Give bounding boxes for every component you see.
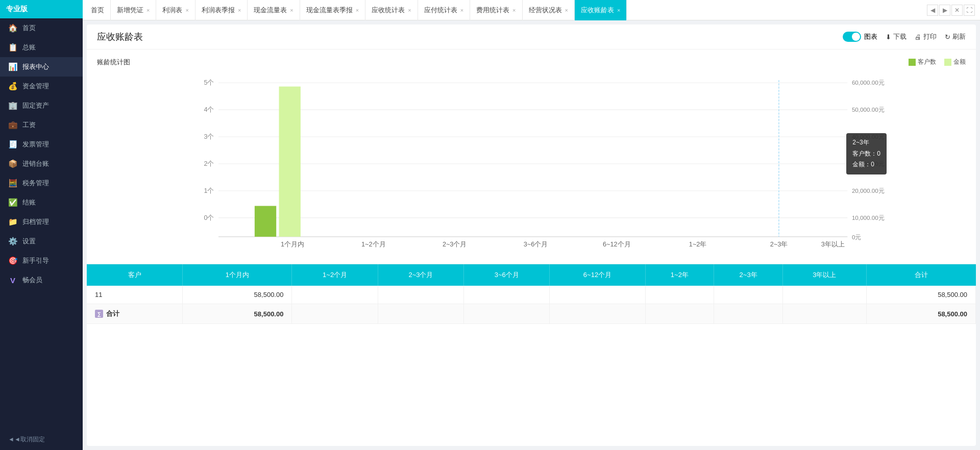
sidebar-item-invoice[interactable]: 🧾 发票管理 [0, 135, 83, 154]
tab-close-all[interactable]: ✕ [951, 5, 963, 16]
tab-profit-close[interactable]: × [185, 7, 188, 13]
total-text: 合计 [106, 309, 119, 318]
col-header-y2-3: 2~3年 [714, 264, 783, 286]
chart-toggle[interactable]: 图表 [843, 32, 877, 42]
sidebar-item-home[interactable]: 🏠 首页 [0, 18, 83, 38]
svg-text:6~12个月: 6~12个月 [603, 241, 631, 248]
tab-expense-stat-label: 费用统计表 [476, 6, 509, 15]
sidebar-item-capital[interactable]: 💰 资金管理 [0, 77, 83, 96]
tab-profit-label: 利润表 [162, 6, 182, 15]
tab-ar-stat[interactable]: 应收统计表 × [365, 0, 418, 20]
salary-icon: 💼 [8, 120, 17, 130]
page-header: 应收账龄表 图表 ⬇ 下载 🖨 打印 ↻ 刷新 [87, 24, 976, 49]
sidebar-item-assets[interactable]: 🏢 固定资产 [0, 96, 83, 115]
chart-svg: 5个 4个 3个 2个 1个 0个 60,000.00元 50,000.00元 … [97, 72, 966, 256]
chart-title: 账龄统计图 [97, 58, 966, 67]
data-table-container: 客户 1个月内 1~2个月 2~3个月 3~6个月 6~12个月 1~2年 2~… [87, 264, 976, 324]
cell-m3-6 [464, 286, 550, 304]
tab-home[interactable]: 首页 [85, 0, 111, 20]
cell-m1: 58,500.00 [183, 286, 292, 304]
col-header-customer: 客户 [87, 264, 183, 286]
refresh-button[interactable]: ↻ 刷新 [945, 32, 966, 41]
bar-count-1 [255, 206, 276, 237]
sidebar-item-stock[interactable]: 📦 进销台账 [0, 154, 83, 173]
tab-ar-aging-label: 应收账龄表 [581, 6, 614, 15]
toggle-switch-control[interactable] [843, 32, 861, 42]
invoice-icon: 🧾 [8, 140, 17, 149]
tab-voucher-close[interactable]: × [146, 7, 150, 13]
sidebar-label-tax: 税务管理 [22, 179, 49, 188]
tab-cashflow-quarter[interactable]: 现金流量表季报 × [300, 0, 365, 20]
sidebar: 专业版 🏠 首页 📋 总账 📊 报表中心 💰 资金管理 🏢 固定资产 💼 工资 … [0, 0, 83, 450]
sidebar-label-invoice: 发票管理 [22, 140, 49, 149]
tab-ap-stat[interactable]: 应付统计表 × [418, 0, 470, 20]
tab-operation-stat-close[interactable]: × [565, 7, 568, 13]
sidebar-label-home: 首页 [22, 23, 36, 33]
print-button[interactable]: 🖨 打印 [915, 32, 937, 41]
tab-operation-stat-label: 经营状况表 [529, 6, 562, 15]
tab-cashflow-quarter-label: 现金流量表季报 [306, 6, 353, 15]
total-m1: 58,500.00 [183, 304, 292, 324]
tab-home-label: 首页 [91, 6, 104, 15]
svg-text:40,000.00元: 40,000.00元 [852, 133, 885, 140]
tab-ar-aging[interactable]: 应收账龄表 × [575, 0, 627, 20]
tab-ap-stat-close[interactable]: × [460, 7, 463, 13]
sidebar-item-guide[interactable]: 🎯 新手引导 [0, 251, 83, 270]
col-header-y3plus: 3年以上 [782, 264, 866, 286]
tab-profit-quarter[interactable]: 利润表季报 × [195, 0, 248, 20]
tab-fullscreen[interactable]: ⛶ [964, 5, 975, 16]
collapse-sidebar-button[interactable]: ◄◄取消固定 [0, 429, 83, 450]
svg-text:2~3年: 2~3年 [770, 241, 788, 248]
tab-expense-stat[interactable]: 费用统计表 × [470, 0, 522, 20]
collapse-sidebar-label: ◄◄取消固定 [8, 435, 45, 444]
legend-amount: 金额 [944, 58, 966, 66]
tab-voucher[interactable]: 新增凭证 × [111, 0, 156, 20]
stock-icon: 📦 [8, 159, 17, 168]
svg-text:0个: 0个 [204, 214, 214, 221]
tab-voucher-label: 新增凭证 [117, 6, 143, 15]
total-y1-2 [645, 304, 714, 324]
legend-customer-label: 客户数 [918, 58, 936, 66]
tab-ar-stat-close[interactable]: × [408, 7, 411, 13]
tab-profit-quarter-close[interactable]: × [238, 7, 241, 13]
download-icon: ⬇ [886, 33, 891, 41]
refresh-icon: ↻ [945, 33, 950, 41]
tab-operation-stat[interactable]: 经营状况表 × [523, 0, 575, 20]
page-title: 应收账龄表 [97, 31, 143, 43]
tab-scroll-right[interactable]: ▶ [939, 5, 950, 16]
sidebar-item-checkout[interactable]: ✅ 结账 [0, 193, 83, 212]
table-header-row: 客户 1个月内 1~2个月 2~3个月 3~6个月 6~12个月 1~2年 2~… [87, 264, 976, 286]
tab-ar-aging-close[interactable]: × [617, 7, 620, 13]
cell-m1-2 [292, 286, 378, 304]
aging-table: 客户 1个月内 1~2个月 2~3个月 3~6个月 6~12个月 1~2年 2~… [87, 264, 976, 324]
svg-text:10,000.00元: 10,000.00元 [852, 214, 885, 221]
sidebar-label-vip: 畅会员 [22, 276, 42, 285]
tab-expense-stat-close[interactable]: × [512, 7, 516, 13]
cell-y1-2 [645, 286, 714, 304]
ledger-icon: 📋 [8, 43, 17, 52]
sidebar-item-settings[interactable]: ⚙️ 设置 [0, 232, 83, 251]
sidebar-item-tax[interactable]: 🧮 税务管理 [0, 173, 83, 193]
sidebar-item-vip[interactable]: V 畅会员 [0, 270, 83, 290]
svg-text:2~3个月: 2~3个月 [443, 241, 467, 248]
tab-cashflow-quarter-close[interactable]: × [356, 7, 359, 13]
sidebar-label-checkout: 结账 [22, 198, 36, 207]
sidebar-item-ledger[interactable]: 📋 总账 [0, 38, 83, 57]
sidebar-item-salary[interactable]: 💼 工资 [0, 115, 83, 135]
print-icon: 🖨 [915, 33, 921, 41]
cell-y3plus [782, 286, 866, 304]
sidebar-label-salary: 工资 [22, 120, 36, 130]
page-content-area: 应收账龄表 图表 ⬇ 下载 🖨 打印 ↻ 刷新 [87, 24, 976, 446]
total-m6-12 [550, 304, 645, 324]
total-label: ∑ 合计 [95, 309, 178, 318]
download-button[interactable]: ⬇ 下载 [886, 32, 906, 41]
svg-text:5个: 5个 [204, 79, 214, 86]
sidebar-item-report[interactable]: 📊 报表中心 [0, 57, 83, 77]
tab-profit[interactable]: 利润表 × [156, 0, 195, 20]
col-header-m3-6: 3~6个月 [464, 264, 550, 286]
tab-scroll-left[interactable]: ◀ [927, 5, 938, 16]
tab-cashflow[interactable]: 现金流量表 × [248, 0, 300, 20]
total-label-cell: ∑ 合计 [87, 304, 183, 324]
sidebar-item-archive[interactable]: 📁 归档管理 [0, 212, 83, 232]
tab-cashflow-close[interactable]: × [290, 7, 293, 13]
